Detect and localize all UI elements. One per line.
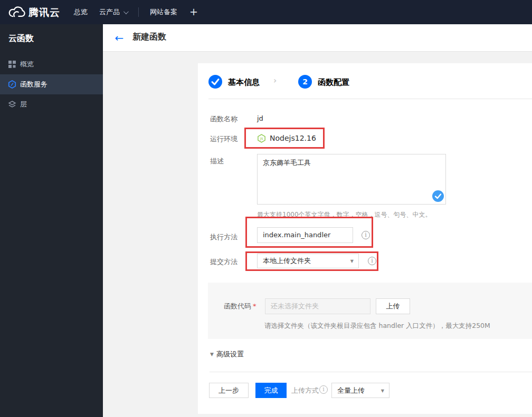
- steps-divider: [208, 99, 532, 99]
- sidebar-item-overview[interactable]: 概览: [0, 54, 103, 74]
- chevron-down-icon: [124, 9, 129, 14]
- tencent-cloud-logo-icon: [7, 5, 25, 20]
- check-icon: [432, 190, 444, 202]
- top-navigation-bar: 腾讯云 总览 云产品 网站备案 +: [0, 0, 532, 24]
- function-name-value: jd: [257, 114, 263, 122]
- brand-name: 腾讯云: [28, 0, 60, 24]
- function-code-hint: 请选择文件夹（该文件夹根目录应包含 handler 入口文件），最大支持250M: [264, 322, 490, 331]
- tencent-cloud-console: 腾讯云 总览 云产品 网站备案 + 云函数 概览 函数服务: [0, 0, 532, 417]
- handler-label: 执行方法: [210, 232, 238, 242]
- function-name-label: 函数名称: [210, 114, 238, 124]
- upload-mode-select[interactable]: 全量上传 ▼: [331, 383, 390, 398]
- step2-number-circle: 2: [298, 75, 312, 89]
- runtime-value: Nodejs12.16: [270, 134, 316, 142]
- submit-method-select[interactable]: 本地上传文件夹 ▼: [257, 254, 359, 268]
- layers-icon: [8, 100, 16, 109]
- check-icon: [208, 75, 222, 89]
- topnav-cloud-products[interactable]: 云产品: [99, 0, 127, 24]
- step1-label: 基本信息: [228, 77, 260, 88]
- topnav-overview[interactable]: 总览: [74, 0, 88, 24]
- previous-step-button[interactable]: 上一步: [209, 383, 249, 398]
- folder-path-input[interactable]: 还未选择文件夹: [265, 298, 370, 314]
- advanced-settings-label: 高级设置: [216, 350, 244, 358]
- nodejs-icon: js: [257, 134, 266, 143]
- sidebar-title: 云函数: [8, 33, 34, 44]
- sidebar: 云函数 概览 函数服务 层: [0, 24, 103, 417]
- function-code-section: 函数代码* 还未选择文件夹 上传 请选择文件夹（该文件夹根目录应包含 handl…: [208, 283, 532, 339]
- description-textarea[interactable]: 京东薅羊毛工具: [257, 154, 446, 205]
- required-asterisk: *: [253, 302, 256, 310]
- caret-down-icon: ▼: [381, 388, 384, 393]
- caret-down-icon: ▼: [350, 259, 354, 264]
- sidebar-item-label: 函数服务: [20, 74, 48, 94]
- valid-check-bubble: [432, 190, 444, 202]
- finish-button[interactable]: 完成: [255, 383, 287, 398]
- handler-info-icon[interactable]: i: [362, 231, 370, 239]
- step1-done-circle: [208, 75, 222, 89]
- svg-text:js: js: [260, 136, 263, 141]
- sidebar-item-layers[interactable]: 层: [0, 94, 103, 114]
- submit-method-info-icon[interactable]: i: [368, 257, 376, 265]
- step2-label: 函数配置: [318, 77, 349, 88]
- topnav-divider: [138, 7, 139, 17]
- grid-icon: [8, 60, 16, 69]
- upload-mode-info-icon[interactable]: i: [319, 385, 328, 394]
- runtime-value-row: js Nodejs12.16: [244, 128, 325, 149]
- footer-divider: [210, 372, 532, 372]
- page-title: 新建函数: [132, 32, 166, 43]
- description-value: 京东薅羊毛工具: [263, 158, 311, 168]
- function-code-label: 函数代码*: [224, 302, 256, 311]
- add-tab-icon[interactable]: +: [189, 0, 198, 24]
- description-hint: 最大支持1000个英文字母，数字，空格，逗号、句号、中文。: [257, 210, 432, 219]
- caret-down-icon: ▼: [210, 352, 214, 357]
- submit-method-label: 提交方法: [210, 257, 238, 267]
- runtime-label: 运行环境: [210, 134, 238, 144]
- step-chevron-icon: ›: [273, 76, 277, 85]
- create-function-card: 基本信息 › 2 函数配置 函数名称 jd 运行环境 js Nodejs12.1…: [198, 63, 532, 414]
- sidebar-item-label: 层: [20, 94, 27, 114]
- topnav-website-icp[interactable]: 网站备案: [150, 0, 177, 24]
- advanced-settings-toggle[interactable]: ▼高级设置: [210, 350, 244, 359]
- submit-method-value: 本地上传文件夹: [263, 254, 311, 268]
- sidebar-item-function-service[interactable]: 函数服务: [0, 74, 103, 94]
- handler-input[interactable]: index.main_handler: [257, 227, 353, 243]
- hexagon-icon: [8, 80, 16, 89]
- description-label: 描述: [210, 157, 224, 166]
- upload-mode-value: 全量上传: [337, 383, 365, 397]
- upload-mode-label: 上传方式: [291, 386, 319, 395]
- page-header: ← 新建函数: [103, 24, 532, 52]
- upload-button[interactable]: 上传: [376, 298, 410, 314]
- back-arrow-icon[interactable]: ←: [112, 31, 127, 45]
- sidebar-item-label: 概览: [20, 54, 34, 74]
